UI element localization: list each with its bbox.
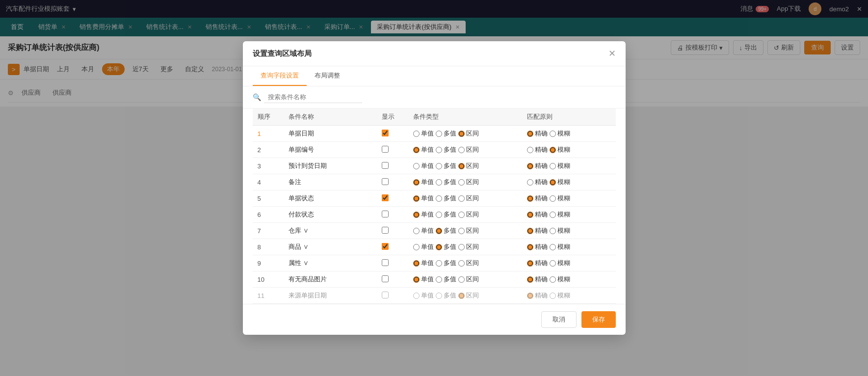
dialog-header: 设置查询区域布局 ✕ <box>243 41 626 66</box>
dialog: 设置查询区域布局 ✕ 查询字段设置 布局调整 🔍 顺序 <box>243 41 626 107</box>
tab-layout-adjust-label: 布局调整 <box>315 72 340 79</box>
dialog-title: 设置查询区域布局 <box>253 49 312 58</box>
dialog-close-btn[interactable]: ✕ <box>608 48 616 59</box>
tab-query-fields[interactable]: 查询字段设置 <box>253 66 307 86</box>
dialog-search-area: 🔍 <box>243 86 626 107</box>
search-icon: 🔍 <box>253 93 261 101</box>
modal-overlay: 设置查询区域布局 ✕ 查询字段设置 布局调整 🔍 顺序 <box>0 0 868 107</box>
tab-layout-adjust[interactable]: 布局调整 <box>307 66 348 86</box>
tab-query-fields-label: 查询字段设置 <box>261 72 299 79</box>
search-input[interactable] <box>264 91 362 103</box>
dialog-tabs: 查询字段设置 布局调整 <box>243 66 626 86</box>
